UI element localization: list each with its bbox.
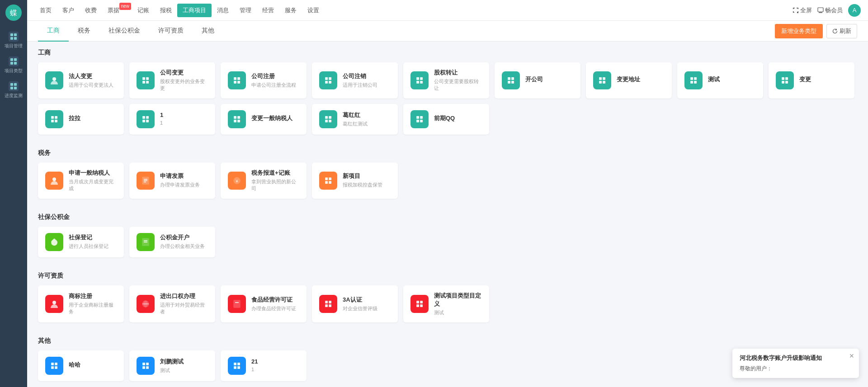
svg-rect-11 [14,83,17,86]
svg-rect-58 [237,116,240,119]
card-apply-invoice-desc: 办理申请发票业务 [160,182,200,188]
svg-rect-63 [325,120,328,122]
subnav-shuiwu[interactable]: 税务 [69,21,99,42]
svg-rect-31 [416,81,419,84]
section-tax: 税务 申请一般纳税人 当月或次月成变更完成 申请发票 [27,142,868,206]
card-new-project-title: 新项目 [343,172,382,180]
svg-rect-104 [146,366,149,369]
card-company-register[interactable]: 公司注册 申请公司注册全流程 [221,62,307,98]
svg-rect-41 [690,77,693,80]
nav-tax[interactable]: 报税 [155,0,177,21]
sidebar-item-project-mgmt[interactable]: 项目管理 [0,28,27,53]
subnav-gongshang[interactable]: 工商 [38,21,69,42]
subnav-xuke[interactable]: 许可资质 [149,21,193,42]
xuke-card-grid: 商标注册 用于企业商标注册服务 进出口权办理 适用于对外贸易经营者 [38,285,857,322]
card-test-icon [684,71,703,89]
nav-bizproject[interactable]: 工商项目 [177,4,212,17]
card-tax-report[interactable]: ¥ 税务报道+记账 拿到营业执照的新公司 [221,163,307,199]
svg-rect-99 [51,366,54,369]
card-apply-invoice[interactable]: 申请发票 办理申请发票业务 [129,163,215,199]
card-haha[interactable]: 哈哈 [38,350,124,381]
sidebar-item-project-type[interactable]: 项目类型 [0,53,27,78]
svg-rect-67 [416,120,419,122]
card-test-project-type[interactable]: 测试项目类型目定义 测试 [403,285,489,322]
svg-rect-68 [420,120,423,122]
card-social-register[interactable]: 社保登记 进行人员社保登记 [38,227,124,257]
nav-manage[interactable]: 管理 [234,0,257,21]
nav-billing[interactable]: 收费 [80,0,102,21]
notification-close-btn[interactable]: ✕ [849,352,854,359]
card-change-taxpayer[interactable]: 变更一般纳税人 [221,104,307,135]
nav-client[interactable]: 客户 [57,0,80,21]
svg-rect-64 [329,120,331,122]
card-3a-cert[interactable]: 3A认证 对企业信誉评级 [312,285,398,322]
card-equity-transfer[interactable]: 股权转让 公司变更需要股权转让 [403,62,489,98]
svg-rect-98 [55,363,57,365]
svg-rect-61 [325,116,328,119]
card-legal-change[interactable]: 法人变更 适用于公司变更法人 [38,62,124,98]
svg-rect-53 [142,116,145,119]
card-company-change-title: 公司变更 [160,69,208,77]
card-mohonghong[interactable]: 葛红红 葛红红测试 [312,104,398,135]
svg-rect-108 [237,366,240,369]
nav-message[interactable]: 消息 [212,0,234,21]
card-3a-cert-icon [319,295,337,313]
new-type-button[interactable]: 新增业务类型 [775,24,823,38]
card-one-icon [137,110,155,128]
card-new-project[interactable]: 新项目 报税加税控盘保管 [312,163,398,199]
fullscreen-btn[interactable]: 全屏 [793,6,812,14]
card-change-address[interactable]: 变更地址 [586,62,672,98]
svg-rect-32 [420,81,423,84]
card-change-taxpayer-icon [228,110,246,128]
card-new-project-icon [319,172,337,190]
svg-rect-56 [146,120,149,122]
card-apply-taxpayer-icon [45,172,63,190]
card-change[interactable]: 变更 [769,62,854,98]
svg-rect-26 [329,77,331,80]
svg-rect-51 [51,120,54,122]
svg-rect-37 [599,77,602,80]
subnav-other[interactable]: 其他 [193,21,223,42]
sidebar-item-progress-monitor[interactable]: 进度监测 [0,78,27,103]
card-open-company[interactable]: 开公司 [495,62,580,98]
svg-rect-38 [603,77,605,80]
svg-rect-96 [420,304,423,307]
svg-rect-102 [146,363,149,365]
card-trademark[interactable]: 商标注册 用于企业商标注册服务 [38,285,124,322]
card-import-export[interactable]: 进出口权办理 适用于对外贸易经营者 [129,285,215,322]
svg-rect-8 [10,62,13,65]
section-tax-title: 税务 [38,149,857,157]
card-change-address-icon [593,71,611,89]
nav-home[interactable]: 首页 [34,0,57,21]
card-company-cancel[interactable]: 公司注销 适用于注销公司 [312,62,398,98]
user-avatar[interactable]: A [848,4,861,17]
nav-service[interactable]: 服务 [279,0,302,21]
nav-settings[interactable]: 设置 [302,0,325,21]
card-company-change[interactable]: 公司变更 股权变更外的业务变更 [129,62,215,98]
card-pre-qq[interactable]: 前期QQ [403,104,489,135]
card-fund-account[interactable]: 公积金开户 办理公积金相关业务 [129,227,215,257]
member-btn[interactable]: 畅会员 [817,6,843,14]
refresh-button[interactable]: 刷新 [826,24,857,38]
card-food-license-title: 食品经营许可证 [251,296,296,304]
nav-invoice[interactable]: 票据 new [102,0,132,21]
nav-operation[interactable]: 经营 [257,0,279,21]
card-change-taxpayer-title: 变更一般纳税人 [251,114,292,122]
card-company-change-desc: 股权变更外的业务变更 [160,78,208,92]
card-test[interactable]: 测试 [677,62,763,98]
card-twenty-one[interactable]: 21 1 [221,350,307,381]
svg-rect-36 [511,81,514,84]
card-apply-taxpayer[interactable]: 申请一般纳税人 当月或次月成变更完成 [38,163,124,199]
subnav-actions: 新增业务类型 刷新 [775,24,857,38]
card-one[interactable]: 1 1 [129,104,215,135]
card-tax-report-title: 税务报道+记账 [251,169,299,177]
card-lala[interactable]: 拉拉 [38,104,124,135]
card-food-license[interactable]: 食品经营许可证 办理食品经营许可证 [221,285,307,322]
nav-accounting[interactable]: 记账 [132,0,155,21]
card-liupeng-test[interactable]: 刘鹏测试 测试 [129,350,215,381]
subnav-shebao[interactable]: 社保公积金 [99,21,149,42]
gongshang-card-grid: 法人变更 适用于公司变更法人 公司变更 股权变更外的业务变更 [38,62,857,135]
svg-rect-95 [416,304,419,307]
svg-rect-55 [142,120,145,122]
svg-rect-33 [508,77,510,80]
